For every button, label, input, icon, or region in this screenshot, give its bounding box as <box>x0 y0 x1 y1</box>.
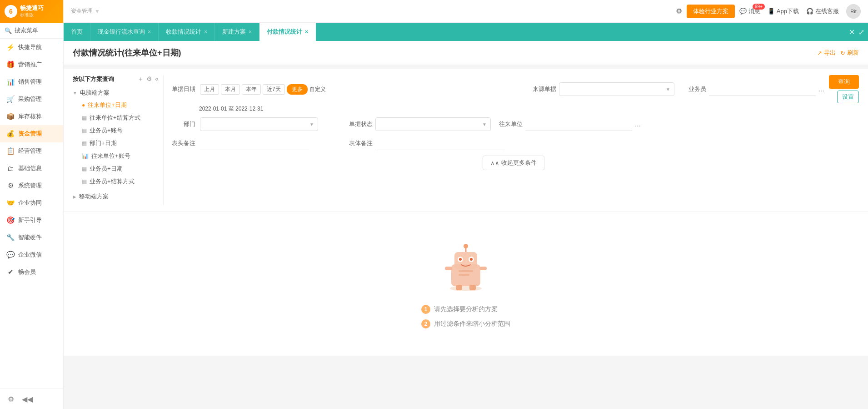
sidebar-item-icon-sales: 📊 <box>6 78 15 86</box>
sidebar-item-purchase[interactable]: 🛒采购管理 <box>0 91 63 108</box>
sidebar-footer: ⚙ ◀◀ <box>0 389 63 409</box>
tab-bank-flow-close[interactable]: × <box>148 29 151 35</box>
messages-btn[interactable]: 💬 消息 99+ <box>739 7 760 15</box>
sidebar-item-icon-guide: 🎯 <box>6 216 15 224</box>
this-month-btn[interactable]: 本月 <box>221 84 240 95</box>
sidebar-item-icon-system: ⚙ <box>6 182 15 190</box>
source-doc-select[interactable]: ▼ <box>559 82 674 96</box>
sidebar-item-operations[interactable]: 📋经营管理 <box>0 142 63 160</box>
tab-payment-stats[interactable]: 付款情况统计 × <box>259 23 316 41</box>
settings-link[interactable]: 设置 <box>837 91 859 103</box>
scheme-item-dept-date[interactable]: ▦ 部门+日期 <box>73 137 159 150</box>
group-arrow-icon: ▼ <box>73 91 77 96</box>
salesman-input[interactable] <box>709 82 816 96</box>
empty-icon-wrap <box>439 239 493 294</box>
sidebar-item-finance[interactable]: 💰资金管理 <box>0 125 63 142</box>
query-btn[interactable]: 查询 <box>829 75 859 89</box>
empty-tips: 1 请先选择要分析的方案 2 用过滤条件来缩小分析范围 <box>421 305 510 328</box>
scheme-item-salesman-date[interactable]: ▦ 业务员+日期 <box>73 162 159 175</box>
more-btn[interactable]: 更多 <box>287 84 308 95</box>
export-btn[interactable]: ↗ 导出 <box>817 49 836 57</box>
main-content: 资金管理 ▼ ⚙ 体验行业方案 💬 消息 99+ 📱 App下载 🎧 在线客服 … <box>64 0 868 409</box>
sidebar-item-marketing[interactable]: 🎁营销推广 <box>0 56 63 73</box>
tab-new-plan-close[interactable]: × <box>249 29 252 35</box>
scheme-item-partner-date[interactable]: ● 往来单位+日期 <box>73 99 159 111</box>
dept-select[interactable]: ▼ <box>200 117 318 131</box>
scheme-item-partner-settle[interactable]: ▦ 往来单位+结算方式 <box>73 111 159 124</box>
this-year-btn[interactable]: 本年 <box>242 84 261 95</box>
sidebar-item-member[interactable]: ✔畅会员 <box>0 263 63 281</box>
topbar-settings-icon[interactable]: ⚙ <box>676 7 682 15</box>
tab-bank-flow[interactable]: 现金银行流水查询 × <box>90 23 159 41</box>
sidebar-item-label-system: 系统管理 <box>18 182 42 190</box>
svg-point-7 <box>459 258 462 261</box>
table-body-note-label: 表体备注 <box>345 139 373 147</box>
trial-btn[interactable]: 体验行业方案 <box>687 5 735 18</box>
sidebar-collapse-btn[interactable]: ◀◀ <box>21 393 34 405</box>
partner-dots-btn[interactable]: ... <box>635 120 641 128</box>
tab-receivable[interactable]: 收款情况统计 × <box>159 23 215 41</box>
scheme-sidebar: 按以下方案查询 ＋ ⚙ « ▼ 电脑端方案 ● <box>73 75 164 205</box>
empty-tip-1: 1 请先选择要分析的方案 <box>421 305 510 314</box>
sidebar-item-basic-info[interactable]: 🗂基础信息 <box>0 160 63 177</box>
partner-input[interactable] <box>525 117 632 131</box>
table-header-note-input[interactable] <box>200 136 309 150</box>
scheme-icon-4: 📊 <box>82 153 89 159</box>
tab-receivable-close[interactable]: × <box>204 29 207 35</box>
date-label: 单据日期 <box>168 85 195 93</box>
partner-col: 往来单位 ... <box>495 117 641 131</box>
tab-new-plan[interactable]: 新建方案 × <box>215 23 259 41</box>
sidebar-item-label-member: 畅会员 <box>18 268 36 276</box>
sidebar-logo: 6 畅捷通巧 标准版 <box>0 0 63 23</box>
scheme-item-partner-account[interactable]: 📊 往来单位+账号 <box>73 150 159 162</box>
page-title: 付款情况统计(往来单位+日期) <box>73 47 181 58</box>
sidebar-item-sales[interactable]: 📊销售管理 <box>0 73 63 91</box>
sidebar-item-system[interactable]: ⚙系统管理 <box>0 177 63 194</box>
sidebar-item-label-sales: 销售管理 <box>18 78 42 86</box>
tab-home[interactable]: 首页 <box>64 23 90 41</box>
table-body-note-input[interactable] <box>377 136 504 150</box>
sidebar-settings-btn[interactable]: ⚙ <box>5 393 17 405</box>
topbar: 资金管理 ▼ ⚙ 体验行业方案 💬 消息 99+ 📱 App下载 🎧 在线客服 … <box>64 0 868 23</box>
scheme-settings-icon[interactable]: ⚙ <box>146 75 152 83</box>
salesman-col: 业务员 ... <box>679 82 824 96</box>
sidebar-item-enterprise[interactable]: 🤝企业协同 <box>0 194 63 212</box>
sidebar-item-label-operations: 经营管理 <box>18 147 42 155</box>
collapse-btn[interactable]: ∧∧ 收起更多条件 <box>483 156 544 170</box>
empty-robot-illustration <box>439 239 493 294</box>
search-menu[interactable]: 🔍 搜索菜单 <box>0 23 63 39</box>
tab-expand-btn[interactable]: ⤢ <box>858 28 864 36</box>
sidebar-item-guide[interactable]: 🎯新手引导 <box>0 212 63 229</box>
sidebar-item-icon-operations: 📋 <box>6 147 15 155</box>
sidebar-item-inventory[interactable]: 📦库存核算 <box>0 108 63 125</box>
scheme-item-salesman-settle[interactable]: ▦ 业务员+结算方式 <box>73 175 159 188</box>
date-range-display: 2022-01-01 至 2022-12-31 <box>199 105 859 113</box>
sidebar-item-hardware[interactable]: 🔧智能硬件 <box>0 229 63 246</box>
tab-close-all-btn[interactable]: ✕ <box>849 28 855 36</box>
sidebar-item-label-guide: 新手引导 <box>18 216 42 224</box>
tab-payment-stats-close[interactable]: × <box>305 29 308 35</box>
tip-num-2: 2 <box>421 319 430 328</box>
sidebar-item-icon-enterprise: 🤝 <box>6 199 15 207</box>
source-doc-col: 来源单据 ▼ <box>529 82 674 96</box>
customer-service-btn[interactable]: 🎧 在线客服 <box>806 7 839 15</box>
sidebar-item-quick-nav[interactable]: ⚡快捷导航 <box>0 39 63 56</box>
source-doc-arrow-icon: ▼ <box>666 87 670 92</box>
scheme-icon-5: ▦ <box>82 166 87 172</box>
user-avatar[interactable]: Rit <box>846 4 861 19</box>
scheme-add-icon[interactable]: ＋ <box>137 75 144 83</box>
salesman-dots-btn[interactable]: ... <box>818 85 824 93</box>
desktop-scheme-group: ▼ 电脑端方案 ● 往来单位+日期 ▦ 往来单位+结算方式 ▦ <box>73 87 159 188</box>
doc-status-select[interactable]: ▼ <box>375 117 491 131</box>
last-month-btn[interactable]: 上月 <box>200 84 219 95</box>
scheme-item-salesman-account[interactable]: ▦ 业务员+账号 <box>73 124 159 137</box>
mobile-group-header[interactable]: ▶ 移动端方案 <box>73 191 159 202</box>
refresh-btn[interactable]: ↻ 刷新 <box>840 49 859 57</box>
page-header-actions: ↗ 导出 ↻ 刷新 <box>817 49 859 57</box>
scheme-collapse-icon[interactable]: « <box>155 75 159 83</box>
last-7-days-btn[interactable]: 近7天 <box>263 84 285 95</box>
sidebar-item-wechat[interactable]: 💬企业微信 <box>0 246 63 263</box>
desktop-group-header[interactable]: ▼ 电脑端方案 <box>73 87 159 99</box>
scheme-header: 按以下方案查询 ＋ ⚙ « <box>73 75 159 83</box>
app-download-btn[interactable]: 📱 App下载 <box>768 7 799 15</box>
